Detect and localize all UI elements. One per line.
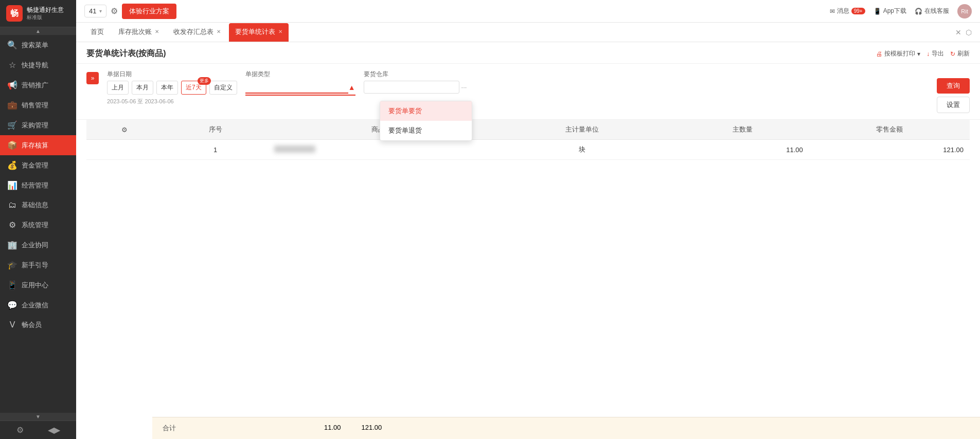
tabbar-close-all[interactable]: ✕ xyxy=(955,28,961,36)
close-icon[interactable]: ✕ xyxy=(217,29,221,34)
tab-home[interactable]: 首页 xyxy=(84,23,110,42)
warehouse-filter-label: 要货仓库 xyxy=(364,70,467,79)
filter-bar: » 单据日期 上月 本月 本年 近7天 更多 自定义 2023-05-06 至 … xyxy=(76,64,980,120)
tab-batch[interactable]: 库存批次账 ✕ xyxy=(112,23,165,42)
message-badge: 99+ xyxy=(851,8,865,14)
footer-amount: 121.00 xyxy=(362,424,382,433)
guide-icon: 🎓 xyxy=(7,260,17,270)
date-options: 上月 本月 本年 近7天 更多 自定义 xyxy=(107,81,237,95)
settings-footer-icon[interactable]: ⚙ xyxy=(16,425,24,435)
operation-icon: 📊 xyxy=(7,180,17,190)
settings-col-header[interactable]: ⚙ xyxy=(86,120,163,140)
sidebar-item-sales[interactable]: 💼 销售管理 xyxy=(0,95,76,115)
toggle-icon: » xyxy=(91,75,95,82)
table-wrapper: ⚙ 序号 商品 主计量单位 主数量 零售金额 1 xyxy=(76,120,980,160)
product-blur xyxy=(274,145,315,153)
date-year-btn[interactable]: 本年 xyxy=(156,81,178,95)
type-filter-input[interactable] xyxy=(245,81,348,94)
sidebar-item-finance[interactable]: 💰 资金管理 xyxy=(0,155,76,175)
date-week7-btn[interactable]: 近7天 更多 xyxy=(181,81,206,95)
sidebar-item-members[interactable]: V 畅会员 xyxy=(0,315,76,335)
sidebar-item-guide[interactable]: 🎓 新手引导 xyxy=(0,255,76,275)
system-icon: ⚙ xyxy=(7,220,17,230)
more-options-icon[interactable]: ··· xyxy=(461,83,467,91)
sidebar-scroll-down[interactable]: ▼ xyxy=(0,413,76,420)
collapse-icon[interactable]: ◀▶ xyxy=(48,425,60,435)
dropdown-item-request-return[interactable]: 要货单退货 xyxy=(380,121,472,140)
table-header: ⚙ 序号 商品 主计量单位 主数量 零售金额 xyxy=(86,120,970,140)
refresh-icon: ↻ xyxy=(950,50,955,58)
tab-request-label: 要货单统计表 xyxy=(235,27,275,36)
row-unit: 块 xyxy=(488,140,676,160)
dropdown-item-request-deliver[interactable]: 要货单要货 xyxy=(380,101,472,121)
sidebar-item-search[interactable]: 🔍 搜索菜单 xyxy=(0,35,76,55)
export-button[interactable]: ↓ 导出 xyxy=(926,49,944,58)
chevron-up-icon[interactable]: ▲ xyxy=(348,83,355,92)
message-label: 消息 xyxy=(837,7,849,15)
table-footer-bar: 合计 11.00 121.00 xyxy=(152,417,980,439)
avatar-text: Rit xyxy=(961,8,968,14)
close-icon[interactable]: ✕ xyxy=(155,29,159,34)
sidebar-item-basic[interactable]: 🗂 基础信息 xyxy=(0,195,76,215)
purchase-icon: 🛒 xyxy=(7,120,17,130)
warehouse-filter-input[interactable] xyxy=(364,81,459,94)
sidebar-item-label: 经营管理 xyxy=(22,181,48,190)
amount-col-header: 零售金额 xyxy=(809,120,970,140)
close-icon[interactable]: ✕ xyxy=(278,29,282,34)
settings-icon[interactable]: ⚙ xyxy=(111,6,118,16)
sidebar-item-wechat[interactable]: 💬 企业微信 xyxy=(0,295,76,315)
footer-qty: 11.00 xyxy=(324,424,341,433)
topbar-right: ✉ 消息 99+ 📱 App下载 🎧 在线客服 Rit xyxy=(830,4,972,19)
type-filter-label: 单据类型 xyxy=(245,70,355,79)
sidebar-item-label: 库存核算 xyxy=(22,141,48,150)
filter-toggle[interactable]: » xyxy=(86,72,99,84)
sidebar-item-inventory[interactable]: 📦 库存核算 xyxy=(0,135,76,155)
export-label: 导出 xyxy=(932,49,944,58)
sidebar-item-enterprise[interactable]: 🏢 企业协同 xyxy=(0,235,76,255)
sidebar-item-label: 营销推广 xyxy=(22,81,48,90)
sidebar-item-marketing[interactable]: 📢 营销推广 xyxy=(0,75,76,95)
members-icon: V xyxy=(7,320,17,330)
message-icon: ✉ xyxy=(830,8,835,15)
sidebar-item-appstore[interactable]: 📱 应用中心 xyxy=(0,275,76,295)
footer-total-label: 合计 xyxy=(163,424,180,433)
sidebar-item-system[interactable]: ⚙ 系统管理 xyxy=(0,215,76,235)
trial-button[interactable]: 体验行业方案 xyxy=(122,4,176,19)
query-button[interactable]: 查询 xyxy=(937,78,970,94)
tab-request[interactable]: 要货单统计表 ✕ xyxy=(229,23,289,42)
sidebar-scroll-up[interactable]: ▲ xyxy=(0,27,76,35)
store-number: 41 xyxy=(89,7,96,15)
tabbar-expand[interactable]: ⬡ xyxy=(966,28,972,36)
date-cur-btn[interactable]: 本月 xyxy=(132,81,153,95)
tab-home-label: 首页 xyxy=(91,27,104,36)
sidebar-item-operation[interactable]: 📊 经营管理 xyxy=(0,175,76,195)
service-button[interactable]: 🎧 在线客服 xyxy=(915,7,949,15)
refresh-button[interactable]: ↻ 刷新 xyxy=(950,49,970,58)
topbar: 41 ▾ ⚙ 体验行业方案 ✉ 消息 99+ 📱 App下载 🎧 在线客服 Ri… xyxy=(76,0,980,23)
print-button[interactable]: 🖨 按模板打印 ▾ xyxy=(876,49,920,58)
tab-summary[interactable]: 收发存汇总表 ✕ xyxy=(167,23,227,42)
sidebar-nav: 🔍 搜索菜单 ☆ 快捷导航 📢 营销推广 💼 销售管理 🛒 采购管理 📦 库存核… xyxy=(0,35,76,413)
date-custom-btn[interactable]: 自定义 xyxy=(209,81,237,95)
settings-col-icon: ⚙ xyxy=(121,126,128,134)
sidebar-item-label: 快捷导航 xyxy=(22,61,48,70)
app-download-button[interactable]: 📱 App下载 xyxy=(874,7,906,15)
sidebar-item-quicknav[interactable]: ☆ 快捷导航 xyxy=(0,55,76,75)
date-filter-label: 单据日期 xyxy=(107,70,237,79)
avatar[interactable]: Rit xyxy=(957,4,972,19)
logo-name: 畅捷通好生意 xyxy=(27,6,64,14)
basic-icon: 🗂 xyxy=(7,200,17,210)
store-selector[interactable]: 41 ▾ xyxy=(84,5,106,17)
sidebar-item-label: 搜索菜单 xyxy=(22,41,48,50)
tabbar: 首页 库存批次账 ✕ 收发存汇总表 ✕ 要货单统计表 ✕ ✕ ⬡ xyxy=(76,23,980,42)
sidebar-item-label: 新手引导 xyxy=(22,261,48,270)
sidebar-item-label: 畅会员 xyxy=(22,320,42,330)
date-prev-btn[interactable]: 上月 xyxy=(107,81,129,95)
sidebar-item-label: 资金管理 xyxy=(22,161,48,170)
message-button[interactable]: ✉ 消息 99+ xyxy=(830,7,865,15)
sidebar-item-label: 采购管理 xyxy=(22,121,48,130)
sidebar-item-purchase[interactable]: 🛒 采购管理 xyxy=(0,115,76,135)
sidebar-logo: 畅 畅捷通好生意 标准版 xyxy=(0,0,76,27)
filter-settings-button[interactable]: 设置 xyxy=(937,97,970,113)
sidebar-item-label: 企业协同 xyxy=(22,241,48,250)
